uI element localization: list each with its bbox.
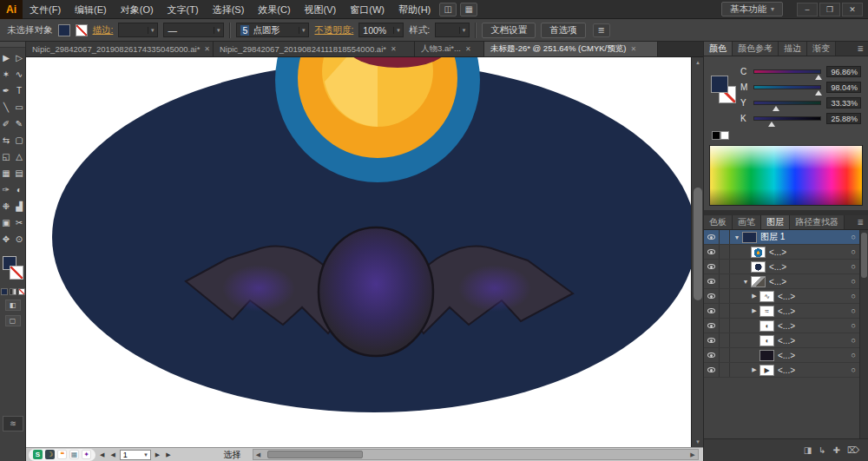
- tab-layers[interactable]: 图层: [761, 215, 790, 229]
- drawing-mode-button[interactable]: ◧: [5, 300, 21, 311]
- visibility-toggle[interactable]: [704, 260, 720, 273]
- scroll-right-icon[interactable]: ▶: [687, 451, 698, 458]
- selection-tool[interactable]: ▶: [0, 49, 13, 66]
- delete-layer-icon[interactable]: ⌦: [847, 445, 859, 455]
- stroke-link[interactable]: 描边:: [93, 24, 114, 36]
- layer-row[interactable]: ▶ ▶ <...> ○: [704, 363, 859, 378]
- visibility-toggle[interactable]: [704, 348, 720, 362]
- vertical-scrollbar[interactable]: ▲ ▼: [691, 57, 703, 447]
- yellow-value[interactable]: 33.33%: [826, 97, 861, 109]
- target-circle[interactable]: ○: [852, 233, 856, 241]
- pen-tool[interactable]: ✒: [0, 82, 13, 99]
- target-circle[interactable]: ○: [852, 277, 856, 286]
- lock-toggle[interactable]: [720, 289, 730, 303]
- close-icon[interactable]: ✕: [630, 45, 636, 53]
- layer-row[interactable]: ▶ ∿ <...> ○: [704, 289, 859, 304]
- lock-toggle[interactable]: [720, 333, 730, 347]
- target-circle[interactable]: ○: [852, 262, 856, 271]
- magic-wand-tool[interactable]: ✶: [0, 66, 13, 82]
- scroll-up-icon[interactable]: ▲: [692, 57, 704, 68]
- layer-name[interactable]: <...>: [778, 366, 848, 375]
- magenta-slider[interactable]: [753, 85, 821, 89]
- shape-builder-tool[interactable]: ◱: [0, 148, 13, 165]
- layer-row[interactable]: ▶ ≈ <...> ○: [704, 304, 859, 319]
- menu-help[interactable]: 帮助(H): [391, 0, 437, 19]
- new-sublayer-icon[interactable]: ↳: [819, 445, 825, 455]
- layer-thumbnail[interactable]: ◖: [760, 335, 774, 346]
- paintbrush-tool[interactable]: ✐: [0, 115, 13, 132]
- tab-color[interactable]: 颜色: [704, 42, 733, 56]
- target-circle[interactable]: ○: [852, 247, 856, 256]
- workspace-switcher[interactable]: 基本功能 ▾: [721, 2, 783, 16]
- black-swatch[interactable]: [712, 131, 720, 140]
- visibility-toggle[interactable]: [704, 274, 720, 288]
- layer-thumbnail[interactable]: [751, 247, 766, 258]
- none-mode-button[interactable]: [18, 288, 25, 295]
- stroke-weight-combo[interactable]: ▾: [118, 23, 158, 37]
- color-mode-button[interactable]: [1, 288, 8, 295]
- visibility-toggle[interactable]: [704, 245, 720, 259]
- lock-toggle[interactable]: [720, 260, 730, 273]
- menu-effect[interactable]: 效果(C): [251, 0, 297, 19]
- tab-swatches[interactable]: 色板: [704, 215, 733, 229]
- screen-mode-button[interactable]: ▢: [5, 315, 21, 326]
- lock-toggle[interactable]: [720, 245, 730, 259]
- arrange-docs-icon[interactable]: ▦: [460, 3, 477, 16]
- layer-thumbnail[interactable]: [751, 261, 766, 273]
- lock-toggle[interactable]: [720, 363, 730, 377]
- expand-arrow[interactable]: ▼: [740, 279, 751, 285]
- target-circle[interactable]: ○: [852, 366, 856, 374]
- panel-menu-icon[interactable]: ≣: [852, 215, 868, 229]
- next-artboard-icon[interactable]: ▶: [154, 451, 161, 458]
- magenta-value[interactable]: 98.04%: [826, 82, 861, 93]
- preferences-button[interactable]: 首选项: [541, 23, 586, 38]
- layer-row[interactable]: <...> ○: [704, 348, 859, 363]
- symbol-sprayer-tool[interactable]: ❉: [0, 198, 13, 214]
- layer-row[interactable]: ◖ <...> ○: [704, 319, 859, 333]
- horizontal-scrollbar[interactable]: ◀ ▶: [253, 449, 699, 460]
- target-circle[interactable]: ○: [852, 292, 856, 300]
- layers-scrollbar[interactable]: [859, 230, 868, 438]
- layer-row[interactable]: ▼ 图层 1 ○: [704, 230, 859, 245]
- menu-view[interactable]: 视图(V): [298, 0, 344, 19]
- width-tool[interactable]: ⇆: [0, 132, 13, 148]
- layer-name[interactable]: 图层 1: [760, 231, 848, 243]
- pencil-tool[interactable]: ✎: [13, 115, 26, 132]
- expand-arrow[interactable]: ▶: [749, 293, 760, 300]
- layer-thumbnail[interactable]: ∿: [760, 291, 774, 302]
- scroll-down-icon[interactable]: ▼: [692, 437, 704, 447]
- target-circle[interactable]: ○: [852, 306, 856, 315]
- doc-tab-active[interactable]: 未标题-26* @ 251.64% (CMYK/预览) ✕: [484, 42, 658, 56]
- layer-name[interactable]: <...>: [769, 277, 848, 286]
- black-slider[interactable]: [753, 116, 821, 121]
- layer-name[interactable]: <...>: [778, 306, 848, 316]
- ime-toolbar[interactable]: S ☽ ❝ ▦ ✦: [29, 449, 95, 461]
- control-panel-menu-icon[interactable]: ≣: [593, 23, 610, 37]
- tab-brushes[interactable]: 画笔: [733, 215, 761, 229]
- scroll-left-icon[interactable]: ◀: [253, 451, 264, 458]
- ime-keyboard-icon[interactable]: ▦: [69, 450, 79, 459]
- slider-thumb[interactable]: [815, 90, 822, 95]
- layers-scroll-thumb[interactable]: [861, 233, 867, 278]
- visibility-toggle[interactable]: [704, 333, 720, 347]
- visibility-toggle[interactable]: [704, 363, 720, 377]
- menu-type[interactable]: 文字(T): [161, 0, 206, 19]
- tab-gradient[interactable]: 渐变: [807, 42, 836, 56]
- visibility-toggle[interactable]: [704, 230, 720, 244]
- black-value[interactable]: 25.88%: [826, 113, 861, 124]
- new-layer-icon[interactable]: ✚: [832, 445, 839, 455]
- target-circle[interactable]: ○: [852, 351, 856, 359]
- visibility-toggle[interactable]: [704, 319, 720, 333]
- layer-row[interactable]: ◖ <...> ○: [704, 333, 859, 348]
- layer-thumbnail[interactable]: ▶: [760, 365, 774, 376]
- doc-tab[interactable]: Nipic_29842067_20190824111818554000.ai* …: [214, 42, 415, 56]
- lock-toggle[interactable]: [720, 230, 730, 244]
- style-combo[interactable]: ▾: [435, 23, 470, 37]
- cyan-value[interactable]: 96.86%: [826, 66, 861, 77]
- menu-window[interactable]: 窗口(W): [343, 0, 391, 19]
- lasso-tool[interactable]: ∿: [13, 66, 26, 82]
- slice-tool[interactable]: ✂: [13, 214, 26, 231]
- hand-tool[interactable]: ✥: [0, 231, 13, 247]
- slider-thumb[interactable]: [768, 122, 775, 127]
- last-artboard-icon[interactable]: ▶: [164, 451, 172, 458]
